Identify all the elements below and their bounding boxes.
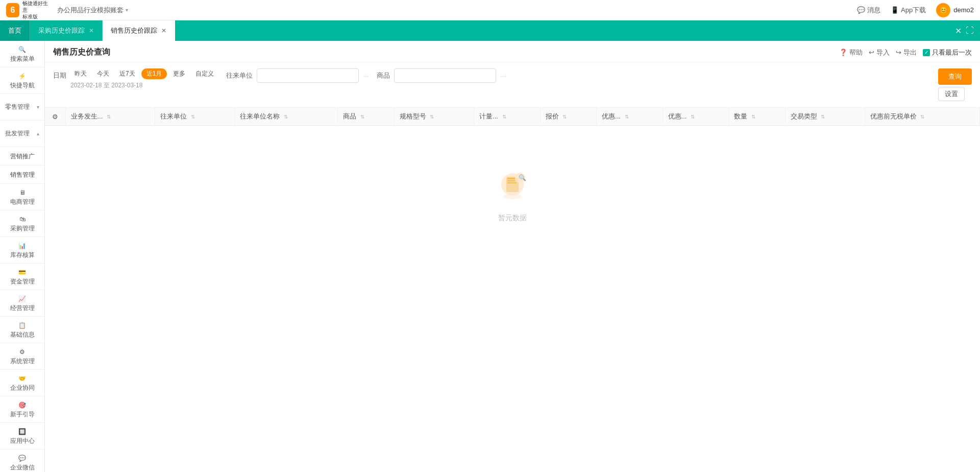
table-container: ⚙ 业务发生... ⇅ 往来单位 ⇅ 往来单位名称 bbox=[45, 108, 980, 472]
sidebar-item-wholesale[interactable]: 批发管理 ▴ bbox=[0, 121, 44, 147]
date-tab-today[interactable]: 今天 bbox=[93, 68, 113, 79]
close-all-tabs-icon[interactable]: ✕ bbox=[955, 26, 962, 36]
message-button[interactable]: 💬 消息 bbox=[857, 6, 880, 15]
export-icon: ↪ bbox=[896, 49, 901, 56]
content-area: 销售历史价查询 ❓ 帮助 ↩ 导入 ↪ 导出 ✓ bbox=[45, 41, 980, 472]
home-tab-label: 首页 bbox=[8, 26, 21, 35]
sidebar-item-operations[interactable]: 📈 经营管理 bbox=[0, 290, 44, 317]
col-discount1[interactable]: 优惠... ⇅ bbox=[597, 108, 663, 126]
enterprise-icon: 🤝 bbox=[18, 375, 26, 382]
tab-bar: 首页 采购历史价跟踪 ✕ 销售历史价跟踪 ✕ ✕ ⛶ bbox=[0, 20, 980, 41]
last-only-checkbox-label[interactable]: ✓ 只看最后一次 bbox=[923, 48, 972, 57]
col-partner-name[interactable]: 往来单位名称 ⇅ bbox=[235, 108, 338, 126]
app-title: 办公用品行业模拟账套 bbox=[57, 6, 124, 15]
sidebar-item-search[interactable]: 🔍 搜索菜单 bbox=[0, 41, 44, 67]
col-trade-type-sort-icon: ⇅ bbox=[821, 114, 825, 120]
product-label: 商品 bbox=[377, 68, 390, 83]
sidebar-item-corp-wechat[interactable]: 💬 企业微信 bbox=[0, 450, 44, 472]
system-icon: ⚙ bbox=[19, 348, 25, 356]
svg-point-1 bbox=[503, 193, 522, 199]
app-title-area[interactable]: 办公用品行业模拟账套 ▾ bbox=[51, 6, 857, 15]
sidebar-item-inventory[interactable]: 📊 库存核算 bbox=[0, 237, 44, 264]
col-biz-date-sort-icon: ⇅ bbox=[107, 114, 111, 120]
sidebar-item-shortcut[interactable]: ⚡ 快捷导航 bbox=[0, 67, 44, 94]
col-partner-code[interactable]: 往来单位 ⇅ bbox=[155, 108, 234, 126]
date-tab-7days[interactable]: 近7天 bbox=[115, 68, 139, 79]
filter-right-actions: 查询 设置 bbox=[938, 68, 972, 101]
col-quantity[interactable]: 数量 ⇅ bbox=[729, 108, 785, 126]
import-icon: ↩ bbox=[869, 49, 874, 56]
sidebar-item-system[interactable]: ⚙ 系统管理 bbox=[0, 343, 44, 370]
col-price[interactable]: 报价 ⇅ bbox=[540, 108, 596, 126]
newbie-icon: 🎯 bbox=[18, 402, 26, 409]
date-tab-1month[interactable]: 近1月 bbox=[141, 68, 167, 79]
logo-text: 畅捷通好生意 标准版 bbox=[22, 0, 51, 20]
download-icon: 📱 bbox=[891, 6, 899, 14]
col-product[interactable]: 商品 ⇅ bbox=[338, 108, 394, 126]
svg-rect-4 bbox=[507, 180, 515, 181]
sidebar-item-newbie[interactable]: 🎯 新手引导 bbox=[0, 396, 44, 423]
sidebar-item-finance[interactable]: 💳 资金管理 bbox=[0, 264, 44, 290]
sidebar: 🔍 搜索菜单 ⚡ 快捷导航 零售管理 ▾ 批发管理 ▴ 营销推广 销售管理 🖥 … bbox=[0, 41, 45, 472]
col-trade-type[interactable]: 交易类型 ⇅ bbox=[785, 108, 865, 126]
sales-tab-close-icon[interactable]: ✕ bbox=[161, 27, 166, 34]
corp-wechat-icon: 💬 bbox=[18, 455, 26, 462]
operations-icon: 📈 bbox=[18, 295, 26, 302]
sidebar-item-ecommerce[interactable]: 🖥 电商管理 bbox=[0, 184, 44, 210]
sidebar-item-retail[interactable]: 零售管理 ▾ bbox=[0, 94, 44, 121]
date-tab-yesterday[interactable]: 昨天 bbox=[70, 68, 91, 79]
export-button[interactable]: ↪ 导出 bbox=[896, 48, 917, 57]
col-biz-date[interactable]: 业务发生... ⇅ bbox=[65, 108, 155, 126]
sidebar-item-enterprise[interactable]: 🤝 企业协同 bbox=[0, 370, 44, 396]
col-unit-sort-icon: ⇅ bbox=[502, 114, 506, 120]
purchase-tab-close-icon[interactable]: ✕ bbox=[89, 27, 94, 34]
col-discount2[interactable]: 优惠... ⇅ bbox=[663, 108, 729, 126]
col-unit[interactable]: 计量... ⇅ bbox=[474, 108, 541, 126]
shortcut-icon: ⚡ bbox=[18, 73, 26, 80]
date-tab-more[interactable]: 更多 bbox=[169, 68, 189, 79]
sidebar-subitem-sales-mgmt[interactable]: 销售管理 bbox=[0, 166, 44, 184]
apps-icon: 🔲 bbox=[18, 428, 26, 435]
query-button[interactable]: 查询 bbox=[938, 68, 972, 85]
help-icon: ❓ bbox=[839, 49, 847, 56]
sidebar-item-apps[interactable]: 🔲 应用中心 bbox=[0, 423, 44, 450]
svg-rect-5 bbox=[507, 182, 517, 183]
sidebar-subitem-marketing[interactable]: 营销推广 bbox=[0, 147, 44, 166]
partner-input[interactable] bbox=[257, 68, 359, 83]
sidebar-item-purchase[interactable]: 🛍 采购管理 bbox=[0, 210, 44, 237]
col-spec[interactable]: 规格型号 ⇅ bbox=[394, 108, 474, 126]
col-partner-name-sort-icon: ⇅ bbox=[284, 114, 288, 120]
product-dots[interactable]: ··· bbox=[500, 72, 506, 80]
col-price-sort-icon: ⇅ bbox=[562, 114, 567, 120]
tab-home[interactable]: 首页 bbox=[0, 20, 30, 41]
user-avatar-area[interactable]: 😊 demo2 bbox=[936, 3, 974, 17]
inventory-icon: 📊 bbox=[18, 242, 26, 249]
maximize-icon[interactable]: ⛶ bbox=[966, 26, 974, 35]
settings-icon[interactable]: ⚙ bbox=[52, 113, 58, 121]
help-button[interactable]: ❓ 帮助 bbox=[839, 48, 863, 57]
tab-purchase[interactable]: 采购历史价跟踪 ✕ bbox=[30, 20, 103, 41]
app-download-button[interactable]: 📱 App下载 bbox=[891, 6, 926, 15]
sidebar-item-basic[interactable]: 📋 基础信息 bbox=[0, 317, 44, 343]
product-input[interactable] bbox=[394, 68, 496, 83]
app-title-dropdown-icon[interactable]: ▾ bbox=[126, 7, 128, 13]
page-title: 销售历史价查询 bbox=[53, 47, 110, 58]
import-button[interactable]: ↩ 导入 bbox=[869, 48, 890, 57]
purchase-icon: 🛍 bbox=[19, 216, 26, 223]
col-tax-free-sort-icon: ⇅ bbox=[920, 114, 924, 120]
tab-sales[interactable]: 销售历史价跟踪 ✕ bbox=[103, 20, 175, 41]
data-table: ⚙ 业务发生... ⇅ 往来单位 ⇅ 往来单位名称 bbox=[45, 108, 980, 126]
col-product-sort-icon: ⇅ bbox=[360, 114, 364, 120]
col-settings[interactable]: ⚙ bbox=[45, 108, 65, 126]
main-layout: 🔍 搜索菜单 ⚡ 快捷导航 零售管理 ▾ 批发管理 ▴ 营销推广 销售管理 🖥 … bbox=[0, 41, 980, 472]
date-tab-custom[interactable]: 自定义 bbox=[191, 68, 218, 79]
col-tax-free-price[interactable]: 优惠前无税单价 ⇅ bbox=[865, 108, 979, 126]
col-partner-code-sort-icon: ⇅ bbox=[191, 114, 195, 120]
setting-button[interactable]: 设置 bbox=[938, 87, 965, 101]
table-head: ⚙ 业务发生... ⇅ 往来单位 ⇅ 往来单位名称 bbox=[45, 108, 980, 126]
logo-icon: 6 bbox=[6, 3, 19, 17]
wholesale-expand-icon: ▴ bbox=[37, 131, 39, 136]
product-input-group: ··· bbox=[394, 68, 506, 83]
logo-area: 6 畅捷通好生意 标准版 bbox=[6, 0, 51, 20]
partner-dots[interactable]: ··· bbox=[363, 72, 369, 80]
